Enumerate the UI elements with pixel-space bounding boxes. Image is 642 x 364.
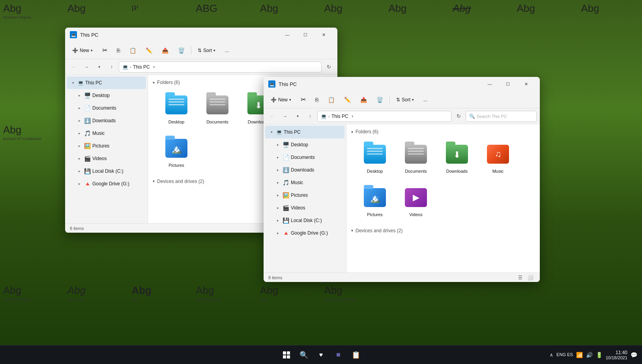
- dl-icon-2: ⬇️: [283, 167, 289, 173]
- more-button-1[interactable]: ...: [221, 44, 233, 57]
- minimize-button-1[interactable]: —: [278, 28, 296, 41]
- recent-button-2[interactable]: ▾: [292, 111, 303, 122]
- taskbar-teams-button[interactable]: ■: [331, 347, 346, 363]
- devices-section-header-2[interactable]: ▾ Devices and drives (2): [351, 228, 535, 233]
- cut-button-2[interactable]: ✂: [297, 93, 310, 106]
- sidebar-item-thispc-1[interactable]: ▾ 💻 This PC: [67, 77, 146, 89]
- sidebar-item-downloads-2[interactable]: ▸ ⬇️ Downloads: [265, 164, 344, 176]
- address-path-2[interactable]: 💻 › This PC ▾: [317, 111, 451, 122]
- taskbar-search-button[interactable]: 🔍: [296, 347, 312, 363]
- sidebar-item-pictures-1[interactable]: ▸ 🖼️ Pictures: [67, 140, 146, 152]
- view-toggle-2: ☰ ⬜: [515, 273, 535, 282]
- notification-icon[interactable]: 💬: [631, 352, 637, 358]
- list-view-button-2[interactable]: ☰: [515, 273, 525, 282]
- rename-button-2[interactable]: ✏️: [340, 93, 355, 106]
- sidebar-item-localdisk-1[interactable]: ▸ 💾 Local Disk (C:): [67, 165, 146, 177]
- sort-chevron-1: ▾: [213, 49, 215, 52]
- sidebar-item-desktop-2[interactable]: ▸ 🖥️ Desktop: [265, 138, 344, 151]
- copy-button-1[interactable]: ⎘: [113, 44, 124, 57]
- taskbar-clipboard-button[interactable]: 📋: [348, 347, 364, 363]
- paste-button-2[interactable]: 📋: [324, 93, 339, 106]
- sidebar-item-gdrive-2[interactable]: ▸ 🔺 Google Drive (G:): [265, 227, 344, 239]
- folder-item-music-2[interactable]: ♫ Music: [481, 139, 515, 176]
- devices-chevron-2: ▾: [351, 228, 353, 233]
- sidebar-item-documents-1[interactable]: ▸ 📄 Documents: [67, 102, 146, 114]
- toolbar-1: ➕ New ▾ ✂ ⎘ 📋 ✏️ 📤 🗑️ ⇅ Sort ▾ ...: [65, 42, 337, 59]
- vids-icon-2: 🎬: [283, 205, 289, 211]
- maximize-button-2[interactable]: ☐: [499, 78, 517, 90]
- sidebar-item-music-2[interactable]: ▸ 🎵 Music: [265, 176, 344, 189]
- forward-button-2[interactable]: →: [279, 111, 290, 122]
- window2-title: This PC: [279, 81, 477, 87]
- dl-label-1: Downloads: [92, 118, 146, 123]
- delete-button-1[interactable]: 🗑️: [174, 44, 189, 57]
- share-button-1[interactable]: 📤: [158, 44, 172, 57]
- docs-label-2: Documents: [291, 155, 344, 160]
- copy-button-2[interactable]: ⎘: [311, 93, 322, 106]
- chevron-dl-2: ▸: [275, 167, 281, 173]
- chevron-up-icon[interactable]: ∧: [550, 352, 553, 358]
- folder-item-downloads-2[interactable]: ⬇ Downloads: [440, 139, 474, 176]
- close-button-1[interactable]: ✕: [314, 28, 333, 41]
- pc-breadcrumb-icon-2: 💻: [321, 114, 327, 119]
- desktop-folder-icon-1: [164, 92, 189, 118]
- grid-view-button-2[interactable]: ⬜: [526, 273, 535, 282]
- more-button-2[interactable]: ...: [419, 93, 431, 106]
- new-button-2[interactable]: ➕ New ▾: [267, 93, 295, 106]
- sidebar-item-videos-1[interactable]: ▸ 🎬 Videos: [67, 152, 146, 165]
- taskbar-clock[interactable]: 11:40 10/18/2021: [606, 350, 627, 360]
- folders-section-header-2[interactable]: ▾ Folders (6): [351, 129, 535, 134]
- forward-button-1[interactable]: →: [81, 62, 92, 73]
- start-button[interactable]: [279, 347, 294, 363]
- taskbar-taskview-button[interactable]: ♥: [313, 347, 329, 363]
- sidebar-item-videos-2[interactable]: ▸ 🎬 Videos: [265, 202, 344, 214]
- sidebar-item-localdisk-2[interactable]: ▸ 💾 Local Disk (C:): [265, 214, 344, 227]
- delete-button-2[interactable]: 🗑️: [372, 93, 387, 106]
- volume-icon[interactable]: 🔊: [586, 352, 593, 358]
- rename-button-1[interactable]: ✏️: [142, 44, 156, 57]
- sidebar-item-pictures-2[interactable]: ▸ 🖼️ Pictures: [265, 189, 344, 202]
- pictures-folder-icon-1: 🏔️: [164, 136, 189, 161]
- chevron-dl-1: ▸: [76, 118, 82, 124]
- wifi-icon: 📶: [576, 352, 583, 358]
- sidebar-item-music-1[interactable]: ▸ 🎵 Music: [67, 127, 146, 140]
- folder-item-desktop-1[interactable]: Desktop: [159, 90, 194, 127]
- breadcrumb-chevron-1: ▾: [153, 65, 155, 69]
- sort-button-2[interactable]: ⇅ Sort ▾: [392, 93, 418, 106]
- folder-item-documents-2[interactable]: Documents: [399, 139, 433, 176]
- back-button-1[interactable]: ←: [68, 62, 79, 73]
- sidebar-item-gdrive-1[interactable]: ▸ 🔺 Google Drive (G:): [67, 177, 146, 190]
- sort-button-1[interactable]: ⇅ Sort ▾: [194, 44, 219, 57]
- cut-button-1[interactable]: ✂: [98, 44, 111, 57]
- up-button-2[interactable]: ↑: [305, 111, 316, 122]
- folder-item-pictures-1[interactable]: 🏔️ Pictures: [159, 133, 194, 170]
- folder-item-documents-1[interactable]: Documents: [200, 90, 235, 127]
- new-button-1[interactable]: ➕ New ▾: [68, 44, 97, 57]
- search-icon-2: 🔍: [469, 114, 475, 119]
- dl-label-2: Downloads: [291, 167, 344, 173]
- folder-item-desktop-2[interactable]: Desktop: [357, 139, 392, 176]
- documents-folder-label-2: Documents: [405, 168, 427, 174]
- maximize-button-1[interactable]: ☐: [296, 28, 314, 41]
- search-box-2[interactable]: 🔍 Search This PC: [466, 111, 537, 122]
- share-button-2[interactable]: 📤: [356, 93, 371, 106]
- up-button-1[interactable]: ↑: [106, 62, 117, 73]
- address-path-1[interactable]: 💻 › This PC ▾: [119, 62, 322, 73]
- sidebar-1: ▾ 💻 This PC ▸ 🖥️ Desktop ▸ 📄 Documents ▸…: [65, 75, 148, 223]
- refresh-button-1[interactable]: ↻: [323, 62, 334, 73]
- sidebar-item-desktop-1[interactable]: ▸ 🖥️ Desktop: [67, 89, 146, 102]
- minimize-button-2[interactable]: —: [481, 78, 499, 90]
- refresh-button-2[interactable]: ↻: [453, 111, 464, 122]
- back-button-2[interactable]: ←: [267, 111, 278, 122]
- sidebar-item-thispc-2[interactable]: ▾ 💻 This PC: [265, 126, 344, 138]
- sidebar-item-documents-2[interactable]: ▸ 📄 Documents: [265, 151, 344, 164]
- sidebar-item-downloads-1[interactable]: ▸ ⬇️ Downloads: [67, 114, 146, 127]
- desktop-folder-label-2: Desktop: [367, 168, 383, 174]
- close-button-2[interactable]: ✕: [517, 78, 535, 90]
- folder-item-pictures-2[interactable]: 🏔️ Pictures: [357, 183, 392, 220]
- new-icon-1: ➕: [72, 48, 78, 53]
- videos-folder-label-2: Videos: [409, 212, 422, 217]
- folder-item-videos-2[interactable]: ▶ Videos: [399, 183, 433, 220]
- paste-button-1[interactable]: 📋: [125, 44, 140, 57]
- recent-button-1[interactable]: ▾: [94, 62, 105, 73]
